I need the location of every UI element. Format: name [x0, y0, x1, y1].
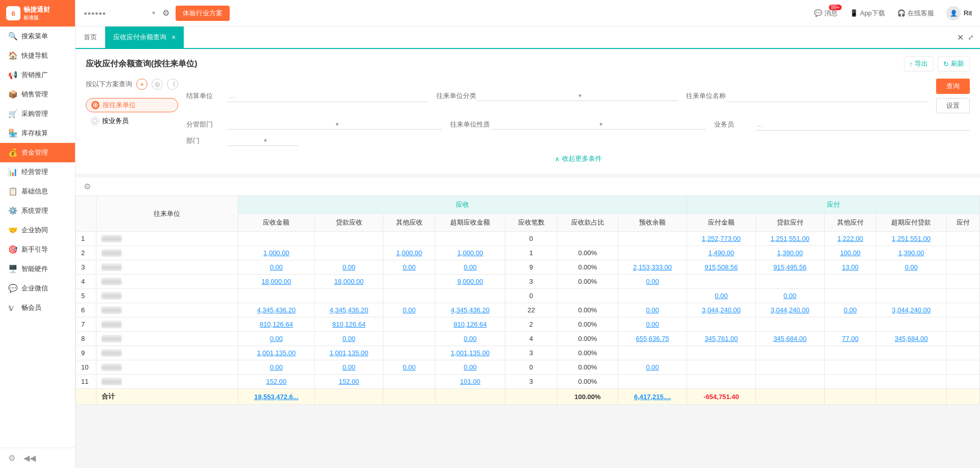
table-cell[interactable]: 1,001,135.00	[238, 346, 314, 360]
table-cell[interactable]: 0.00	[824, 303, 876, 317]
collapse-more-btn[interactable]: ∧ 收起更多条件	[186, 151, 970, 166]
collapse-sidebar-icon[interactable]: ◀◀	[23, 453, 36, 463]
user-area[interactable]: 👤 Rit	[946, 6, 972, 20]
table-cell[interactable]: 0.00	[238, 332, 314, 346]
unit-name-input[interactable]	[727, 90, 928, 102]
table-cell[interactable]: 0.00	[876, 260, 946, 275]
table-cell[interactable]: 0.00	[435, 260, 505, 275]
table-cell[interactable]: 77.00	[824, 332, 876, 346]
filter-option-salesperson[interactable]: 按业务员	[86, 114, 178, 128]
table-cell[interactable]: 0.00	[238, 360, 314, 375]
filter-option-unit[interactable]: 按往来单位	[86, 98, 178, 112]
table-cell[interactable]: 345,684.00	[876, 332, 946, 346]
table-cell[interactable]: 0.00	[383, 260, 435, 275]
table-settings-icon[interactable]: ⚙	[84, 182, 91, 191]
export-button[interactable]: ↑ 导出	[904, 56, 934, 71]
sidebar-item-member[interactable]: 𝕍 畅会员	[0, 298, 75, 317]
table-cell[interactable]: 101.00	[435, 375, 505, 389]
unit-nature-select[interactable]: ▼	[491, 119, 706, 130]
filter-target-button[interactable]: ◎	[152, 79, 163, 90]
filter-collapse-button[interactable]: 《	[167, 79, 178, 90]
table-cell[interactable]: 152.00	[314, 375, 383, 389]
footer-advance[interactable]: 6,417,215....	[618, 389, 687, 405]
header-gear-icon[interactable]: ⚙	[162, 8, 169, 18]
dept-select[interactable]: ▼	[227, 136, 299, 146]
sidebar-item-search[interactable]: 🔍 搜索菜单	[0, 27, 75, 46]
table-cell[interactable]: 0.00	[238, 260, 314, 275]
table-cell[interactable]: 0.00	[618, 275, 687, 289]
settlement-unit-input[interactable]	[227, 90, 428, 102]
sidebar-item-hardware[interactable]: 🖥️ 智能硬件	[0, 259, 75, 279]
sidebar-item-basic-info[interactable]: 📋 基础信息	[0, 182, 75, 201]
footer-receivable[interactable]: 19,553,472.6...	[238, 389, 314, 405]
notification-area[interactable]: 💬 消息 99+	[814, 9, 838, 18]
refresh-button[interactable]: ↻ 刷新	[938, 56, 970, 71]
table-cell[interactable]: 1,490.00	[687, 246, 756, 260]
table-cell[interactable]: 1,000.00	[383, 246, 435, 260]
table-cell[interactable]: 1,222.00	[824, 232, 876, 246]
table-cell[interactable]: 915,508.56	[687, 260, 756, 275]
table-cell[interactable]: 345,684.00	[755, 332, 824, 346]
sidebar-item-marketing[interactable]: 📢 营销推广	[0, 65, 75, 85]
table-cell[interactable]: 4,345,436.20	[238, 303, 314, 317]
table-cell[interactable]: 0.00	[435, 360, 505, 375]
table-cell[interactable]: 0.00	[383, 303, 435, 317]
unit-category-select[interactable]: ▼	[477, 91, 678, 101]
table-cell[interactable]: 1,390.00	[876, 246, 946, 260]
salesperson-input[interactable]	[755, 118, 970, 131]
table-cell[interactable]: 0.00	[618, 317, 687, 332]
tab-home[interactable]: 首页	[76, 27, 105, 48]
table-cell[interactable]: 4,345,436.20	[435, 303, 505, 317]
sidebar-item-purchase[interactable]: 🛒 采购管理	[0, 104, 75, 124]
table-cell[interactable]: 1,000.00	[435, 246, 505, 260]
tab-balance-query[interactable]: 应收应付余额查询 ×	[105, 27, 184, 48]
table-cell[interactable]: 915,495.56	[755, 260, 824, 275]
table-cell[interactable]: 0.00	[314, 260, 383, 275]
table-cell[interactable]: 100.00	[824, 246, 876, 260]
settings-footer-icon[interactable]: ⚙	[8, 453, 15, 463]
table-cell[interactable]: 9,000.00	[435, 275, 505, 289]
tab-close-button[interactable]: ×	[172, 33, 176, 41]
table-cell[interactable]: 0.00	[618, 303, 687, 317]
sidebar-item-inventory[interactable]: 🏪 库存核算	[0, 124, 75, 143]
table-cell[interactable]: 3,044,240.00	[876, 303, 946, 317]
table-cell[interactable]: 655,636.75	[618, 332, 687, 346]
table-cell[interactable]: 810,126.64	[238, 317, 314, 332]
table-cell[interactable]: 18,000.00	[238, 275, 314, 289]
table-cell[interactable]: 345,761.00	[687, 332, 756, 346]
department-select[interactable]: ▼	[227, 119, 442, 130]
online-service-area[interactable]: 🎧 在线客服	[897, 9, 934, 18]
sidebar-item-enterprise[interactable]: 🤝 企业协同	[0, 220, 75, 240]
table-cell[interactable]: 4,345,436.20	[314, 303, 383, 317]
sidebar-item-sales[interactable]: 📦 销售管理	[0, 85, 75, 104]
table-cell[interactable]: 1,001,135.00	[435, 346, 505, 360]
table-cell[interactable]: 0.00	[687, 289, 756, 303]
sidebar-item-system[interactable]: ⚙️ 系统管理	[0, 201, 75, 220]
sidebar-item-operations[interactable]: 📊 经营管理	[0, 162, 75, 182]
table-cell[interactable]: 0.00	[435, 332, 505, 346]
table-cell[interactable]: 0.00	[755, 289, 824, 303]
table-cell[interactable]: 1,251,551.00	[755, 232, 824, 246]
table-cell[interactable]: 0.00	[314, 332, 383, 346]
setting-button[interactable]: 设置	[936, 98, 970, 113]
table-cell[interactable]: 1,000.00	[238, 246, 314, 260]
table-cell[interactable]: 0.00	[314, 360, 383, 375]
window-expand-icon[interactable]: ⤢	[968, 33, 974, 41]
sidebar-item-wechat[interactable]: 💬 企业微信	[0, 279, 75, 298]
filter-add-button[interactable]: +	[136, 79, 148, 90]
query-button[interactable]: 查询	[936, 79, 970, 94]
company-dropdown-icon[interactable]: ▼	[151, 10, 156, 16]
sidebar-item-guide[interactable]: 🎯 新手引导	[0, 240, 75, 259]
table-cell[interactable]: 810,126.64	[314, 317, 383, 332]
table-cell[interactable]: 1,252,773.00	[687, 232, 756, 246]
table-cell[interactable]: 2,153,333.00	[618, 260, 687, 275]
table-cell[interactable]: 3,044,240.00	[687, 303, 756, 317]
table-cell[interactable]: 0.00	[383, 360, 435, 375]
table-cell[interactable]: 152.00	[238, 375, 314, 389]
table-cell[interactable]: 18,000.00	[314, 275, 383, 289]
table-cell[interactable]: 3,044,240.00	[755, 303, 824, 317]
table-cell[interactable]: 810,126.64	[435, 317, 505, 332]
table-cell[interactable]: 1,251,551.00	[876, 232, 946, 246]
sidebar-item-finance[interactable]: 💰 资金管理	[0, 143, 75, 162]
table-cell[interactable]: 13.00	[824, 260, 876, 275]
